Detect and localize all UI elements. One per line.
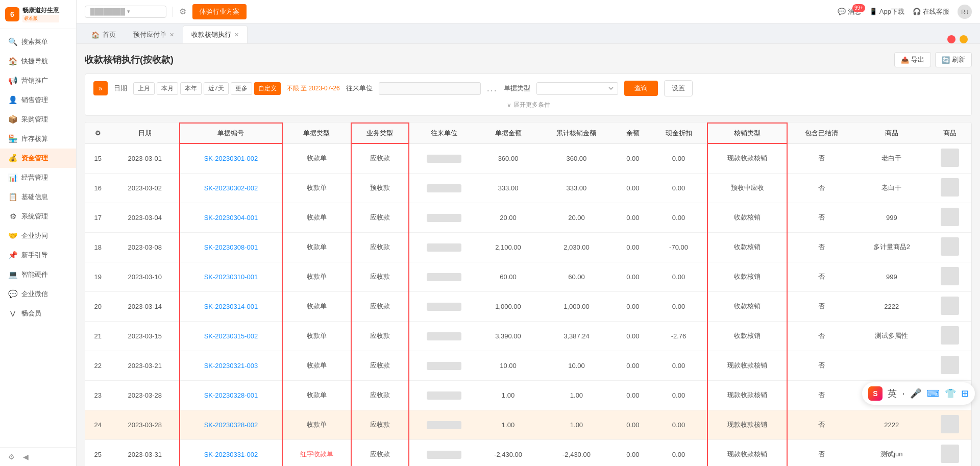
td-bill-type: 收款单 xyxy=(282,143,351,173)
app-logo-text: 畅康道好生意 标准版 xyxy=(22,6,59,22)
td-cancel-type: 收款核销 xyxy=(707,321,787,351)
sidebar: 6 畅康道好生意 标准版 🔍 搜索菜单 🏠 快捷导航 📢 营销推广 👤 销售管理… xyxy=(0,0,77,466)
filter-expand-button[interactable]: » xyxy=(93,81,108,95)
sidebar-item-search[interactable]: 🔍 搜索菜单 xyxy=(0,32,76,52)
date-btn-last-month[interactable]: 上月 xyxy=(133,82,155,95)
td-biz-type: 应收款 xyxy=(351,410,409,439)
float-icon-dot[interactable]: · xyxy=(902,387,905,400)
win-close-btn[interactable]: ✕ xyxy=(947,35,955,43)
guide-icon: 📌 xyxy=(8,251,17,260)
td-biz-type: 应收款 xyxy=(351,380,409,410)
date-btn-more[interactable]: 更多 xyxy=(231,82,252,95)
td-include-settled: 否 xyxy=(787,380,855,410)
sidebar-item-finance[interactable]: 💰 资金管理 xyxy=(0,149,76,168)
gear-icon: ⚙ xyxy=(95,129,101,137)
bill-type-select[interactable] xyxy=(536,82,618,95)
topbar-divider xyxy=(173,7,173,17)
hardware-icon: 💻 xyxy=(8,270,17,279)
partner-input[interactable] xyxy=(379,82,481,95)
gear-icon[interactable]: ⚙ xyxy=(179,7,186,16)
collapse-icon[interactable]: ◀ xyxy=(23,453,29,461)
sidebar-item-quicknav[interactable]: 🏠 快捷导航 xyxy=(0,52,76,71)
sidebar-item-guide[interactable]: 📌 新手引导 xyxy=(0,246,76,265)
app-download-link[interactable]: 📱 App下载 xyxy=(869,7,904,16)
bill-no-link[interactable]: SK-20230308-001 xyxy=(204,243,258,251)
export-icon: 📤 xyxy=(901,56,909,64)
sidebar-item-corp[interactable]: 🤝 企业协同 xyxy=(0,226,76,246)
sidebar-item-inventory[interactable]: 🏪 库存核算 xyxy=(0,129,76,149)
messages-badge[interactable]: 💬 消息 99+ xyxy=(838,7,861,16)
tab-home[interactable]: 🏠 首页 xyxy=(83,26,125,43)
td-partner: ████ xyxy=(409,380,479,410)
export-button[interactable]: 📤 导出 xyxy=(894,52,931,67)
s-logo: S xyxy=(868,386,883,401)
bill-no-link[interactable]: SK-20230304-001 xyxy=(204,214,258,222)
bill-no-link[interactable]: SK-20230301-002 xyxy=(204,155,258,162)
bill-no-link[interactable]: SK-20230328-002 xyxy=(204,421,258,429)
table-row: 25 2023-03-31 SK-20230331-002 红字收款单 应收款 … xyxy=(85,439,971,466)
td-bill-no: SK-20230328-001 xyxy=(180,380,282,410)
tab-collection-close[interactable]: ✕ xyxy=(234,32,239,38)
sidebar-item-marketing[interactable]: 📢 营销推广 xyxy=(0,71,76,90)
td-balance: 0.00 xyxy=(616,321,650,351)
expand-more-row: ∨ 展开更多条件 xyxy=(93,101,963,109)
expand-conditions-button[interactable]: ∨ 展开更多条件 xyxy=(507,101,550,109)
sidebar-item-hardware[interactable]: 💻 智能硬件 xyxy=(0,265,76,284)
td-cancel-type: 现款收款核销 xyxy=(707,410,787,439)
th-cancel-type: 核销类型 xyxy=(707,123,787,143)
user-avatar[interactable]: Rit xyxy=(958,5,972,19)
float-icon-text[interactable]: 英 xyxy=(888,387,897,400)
bill-no-link[interactable]: SK-20230331-002 xyxy=(204,451,258,458)
float-icon-mic[interactable]: 🎤 xyxy=(910,388,921,399)
bill-no-link[interactable]: SK-20230315-002 xyxy=(204,332,258,340)
float-icon-grid[interactable]: ⊞ xyxy=(961,388,969,399)
td-no: 21 xyxy=(85,321,110,351)
date-btn-7days[interactable]: 近7天 xyxy=(204,82,229,95)
more-filters-dots[interactable]: ... xyxy=(487,83,498,94)
bill-no-link[interactable]: SK-20230302-002 xyxy=(204,184,258,192)
td-total-cancel: 20.00 xyxy=(537,203,616,232)
float-icon-shirt[interactable]: 👕 xyxy=(945,388,956,399)
date-btn-this-month[interactable]: 本月 xyxy=(157,82,178,95)
th-gear[interactable]: ⚙ xyxy=(85,123,110,143)
company-selector[interactable]: ████████ ▾ xyxy=(85,6,166,18)
bill-no-link[interactable]: SK-20230314-001 xyxy=(204,303,258,310)
sidebar-item-operation[interactable]: 📊 经营管理 xyxy=(0,168,76,187)
tab-collection[interactable]: 收款核销执行 ✕ xyxy=(183,26,248,43)
tab-prepay[interactable]: 预付应付单 ✕ xyxy=(125,26,183,43)
td-bill-type: 收款单 xyxy=(282,173,351,203)
win-maximize-btn[interactable]: □ xyxy=(960,35,968,43)
td-include-settled: 否 xyxy=(787,173,855,203)
settings-button[interactable]: 设置 xyxy=(664,80,693,96)
td-include-settled: 否 xyxy=(787,143,855,173)
sidebar-label-purchase: 采购管理 xyxy=(21,115,48,124)
bill-no-link[interactable]: SK-20230321-003 xyxy=(204,362,258,370)
query-button[interactable]: 查询 xyxy=(624,81,658,96)
date-btn-custom[interactable]: 自定义 xyxy=(254,82,281,95)
member-icon: V xyxy=(8,309,17,318)
bill-no-link[interactable]: SK-20230310-001 xyxy=(204,273,258,281)
refresh-button[interactable]: 🔄 刷新 xyxy=(935,52,972,67)
sidebar-item-system[interactable]: ⚙ 系统管理 xyxy=(0,207,76,226)
industry-solution-button[interactable]: 体验行业方案 xyxy=(192,4,247,19)
sidebar-label-wechat: 企业微信 xyxy=(21,289,48,299)
sidebar-item-wechat[interactable]: 💬 企业微信 xyxy=(0,284,76,304)
table-header-row: ⚙ 日期 单据编号 单据类型 业务类型 往来单位 单据金额 累计核销金额 余额 … xyxy=(85,123,971,143)
sidebar-item-purchase[interactable]: 📦 采购管理 xyxy=(0,110,76,129)
sidebar-item-sales[interactable]: 👤 销售管理 xyxy=(0,90,76,110)
sidebar-item-member[interactable]: V 畅会员 xyxy=(0,304,76,323)
table-row: 20 2023-03-14 SK-20230314-001 收款单 应收款 ██… xyxy=(85,291,971,321)
td-cancel-type: 预收中应收 xyxy=(707,173,787,203)
date-range-display: 不限 至 2023-07-26 xyxy=(287,84,340,93)
td-no: 25 xyxy=(85,439,110,466)
bill-no-link[interactable]: SK-20230328-001 xyxy=(204,391,258,399)
tab-prepay-close[interactable]: ✕ xyxy=(169,32,174,38)
sidebar-item-basic[interactable]: 📋 基础信息 xyxy=(0,187,76,207)
basic-icon: 📋 xyxy=(8,192,17,202)
date-btn-this-year[interactable]: 本年 xyxy=(180,82,202,95)
td-include-settled: 否 xyxy=(787,439,855,466)
date-quick-buttons: 上月 本月 本年 近7天 更多 自定义 xyxy=(133,82,281,95)
float-icon-keyboard[interactable]: ⌨ xyxy=(926,388,940,399)
online-service-link[interactable]: 🎧 在线客服 xyxy=(913,7,949,16)
settings-icon[interactable]: ⚙ xyxy=(8,453,15,461)
